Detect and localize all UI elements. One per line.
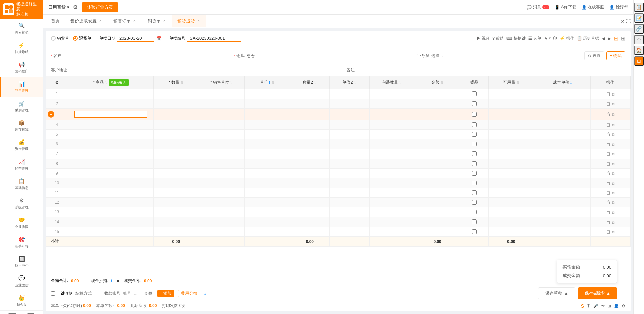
gift-check-9[interactable] (472, 171, 477, 176)
rp-btn5[interactable]: 🏠 (634, 46, 644, 55)
remark-input[interactable] (355, 67, 489, 73)
delete-btn-6[interactable]: 🗑 (606, 141, 611, 147)
save-new-btn[interactable]: 保存&新增 ▲ (578, 287, 617, 299)
copy-btn-14[interactable]: ⧉ (612, 220, 615, 225)
sidebar-item-4[interactable]: 🛒采购管理 (0, 97, 43, 116)
rp-btn1[interactable]: 📋 (634, 3, 644, 12)
calendar-icon[interactable]: 📅 (156, 36, 161, 41)
operation-link[interactable]: ⚡ 操作 (560, 36, 574, 41)
sort-qty2[interactable]: ⇅ (314, 81, 317, 84)
prev-doc-btn[interactable]: ◀ (602, 36, 605, 41)
scan-btn[interactable]: 扫码录入 (109, 79, 129, 86)
delete-btn-1[interactable]: 🗑 (606, 91, 611, 97)
delete-btn-9[interactable]: 🗑 (606, 171, 611, 176)
warehouse-input[interactable] (245, 53, 298, 59)
sidebar-item-11[interactable]: 🎯新手引导 (0, 233, 43, 252)
next-doc-btn[interactable]: ▶ (608, 36, 611, 41)
sidebar-item-6[interactable]: 💰资金管理 (0, 135, 43, 155)
gift-check-2[interactable] (472, 101, 477, 106)
tab-3[interactable]: 销货单× (142, 15, 172, 27)
app-download-btn[interactable]: 📱 App下载 (555, 4, 576, 10)
history-link[interactable]: 📋 历史单据 (577, 36, 599, 41)
online-service-btn[interactable]: 👤 在线客服 (582, 4, 604, 10)
row-product-3[interactable] (68, 109, 154, 120)
gift-check-1[interactable] (472, 91, 477, 96)
sort-pkg[interactable]: ⇅ (399, 81, 402, 84)
gift-check-3[interactable] (472, 112, 477, 117)
fee-split-btn[interactable]: 费用分摊 (178, 290, 200, 297)
sort-product[interactable]: ⇅ (105, 81, 108, 84)
warehouse-dots[interactable]: ... (300, 54, 303, 58)
sort-unit[interactable]: ⇅ (230, 81, 233, 84)
payment-check[interactable] (51, 291, 55, 296)
date-input[interactable] (117, 35, 154, 42)
sort-qty[interactable]: ⇅ (181, 81, 183, 84)
rp-btn2[interactable]: 📝 (634, 13, 644, 23)
tab-close-1[interactable]: × (98, 19, 103, 23)
delete-btn-8[interactable]: 🗑 (606, 161, 611, 166)
sort-unit2[interactable]: ⇅ (354, 81, 357, 84)
gift-check-8[interactable] (472, 161, 477, 166)
rp-btn4[interactable]: ✩ (634, 35, 644, 44)
sort-amount[interactable]: ⇅ (441, 81, 443, 84)
copy-btn-10[interactable]: ⧉ (612, 181, 615, 186)
gift-check-10[interactable] (472, 181, 477, 185)
sidebar-item-5[interactable]: 📦库存核算 (0, 116, 43, 135)
delete-btn-2[interactable]: 🗑 (606, 101, 611, 106)
help-link[interactable]: ? 帮助 (492, 36, 504, 41)
copy-btn-13[interactable]: ⧉ (612, 210, 615, 215)
copy-btn-6[interactable]: ⧉ (612, 142, 615, 147)
customer-input[interactable] (61, 53, 116, 59)
sidebar-item-8[interactable]: 📋基础信息 (0, 174, 43, 194)
copy-btn-2[interactable]: ⧉ (612, 102, 615, 106)
staff-input[interactable] (429, 53, 484, 59)
message-btn[interactable]: 💬 消息 70 (527, 4, 549, 10)
category-selector[interactable]: 日用百货 ▾ (48, 4, 69, 10)
delete-btn-5[interactable]: 🗑 (606, 132, 611, 137)
doc-no-input[interactable] (187, 35, 241, 42)
select-link[interactable]: ☰ 选单 (528, 36, 541, 41)
sidebar-item-3[interactable]: 📊销售管理 (0, 77, 43, 97)
sidebar-item-9[interactable]: ⚙系统管理 (0, 194, 43, 213)
tab-0[interactable]: 首页 (46, 15, 65, 27)
close-tab-btn[interactable]: ✕ (621, 19, 625, 24)
view-grid-btn[interactable]: ⊞ (621, 35, 625, 42)
gift-check-4[interactable] (472, 122, 477, 127)
video-link[interactable]: ▶ 视频 (477, 36, 490, 41)
return-radio[interactable]: 退货单 (73, 36, 91, 41)
sidebar-item-7[interactable]: 📈经营管理 (0, 155, 43, 174)
save-draft-btn[interactable]: 保存草稿 ▲ (538, 287, 575, 299)
address-input[interactable] (67, 67, 134, 73)
copy-btn-7[interactable]: ⧉ (612, 152, 615, 156)
settings-icon[interactable]: ⚙ (72, 4, 79, 11)
logistics-btn[interactable]: + 物流 (606, 51, 625, 60)
sale-radio[interactable]: 销货单 (51, 36, 69, 41)
copy-btn-5[interactable]: ⧉ (612, 132, 615, 137)
staff-dots[interactable]: ... (485, 54, 488, 58)
delete-btn-3[interactable]: 🗑 (606, 112, 611, 117)
tab-close-4[interactable]: × (196, 19, 201, 23)
sidebar-item-14[interactable]: 👑畅会员 (0, 291, 43, 310)
delete-btn-15[interactable]: 🗑 (606, 229, 611, 234)
fullscreen-btn[interactable]: ⛶ (626, 19, 631, 24)
shortcut-link[interactable]: ⌨ 快捷键 (506, 36, 525, 41)
copy-btn-1[interactable]: ⧉ (612, 92, 615, 97)
tab-4[interactable]: 销货退货× (172, 15, 206, 27)
delete-btn-13[interactable]: 🗑 (606, 209, 611, 215)
add-row-btn-3[interactable]: + (48, 111, 54, 118)
sidebar-item-0[interactable]: 🔍搜索菜单 (0, 19, 43, 38)
copy-btn-11[interactable]: ⧉ (612, 191, 615, 195)
delete-btn-14[interactable]: 🗑 (606, 219, 611, 225)
gift-check-7[interactable] (472, 151, 477, 156)
address-dots[interactable]: ... (136, 68, 139, 72)
rp-btn6[interactable]: ⊡ (634, 56, 644, 66)
add-btn[interactable]: + 添加 (157, 290, 174, 297)
delete-btn-7[interactable]: 🗑 (606, 151, 611, 156)
rp-btn3[interactable]: 🔗 (634, 24, 644, 34)
copy-btn-15[interactable]: ⧉ (612, 230, 615, 234)
sidebar-item-1[interactable]: ⚡快捷导航 (0, 38, 43, 58)
sidebar-item-10[interactable]: 🤝企业协同 (0, 213, 43, 233)
copy-btn-12[interactable]: ⧉ (612, 200, 615, 205)
customer-dots[interactable]: ... (117, 54, 120, 58)
payment-checkbox[interactable]: 一键收款 (51, 291, 73, 296)
